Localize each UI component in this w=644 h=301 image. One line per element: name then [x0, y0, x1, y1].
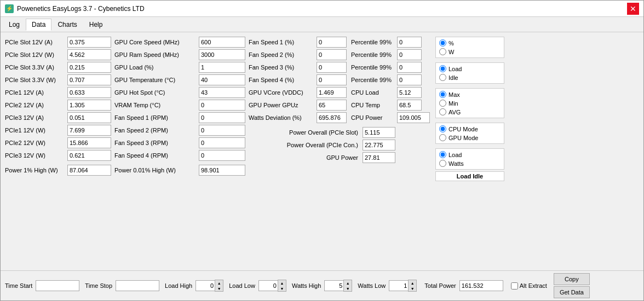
- field-gpu-core-speed: GPU Core Speed (MHz): [114, 37, 245, 48]
- tab-help[interactable]: Help: [83, 19, 109, 31]
- get-data-button[interactable]: Get Data: [554, 286, 590, 298]
- input-pcie1-12v-a[interactable]: [67, 87, 111, 98]
- radio-avg: AVG: [439, 108, 501, 115]
- input-pcie-slot-33v-a[interactable]: [67, 62, 111, 73]
- field-fan-speed-2-rpm: Fan Speed 2 (RPM): [114, 125, 245, 136]
- field-gpu-vcore: GPU VCore (VDDC) CPU Load: [249, 87, 430, 98]
- radio-min-input[interactable]: [439, 100, 446, 107]
- load-high-spinner: ▲ ▼: [196, 280, 223, 292]
- field-pcie2-12v-w: PCIe2 12V (W): [5, 137, 111, 148]
- input-gpu-ram-speed[interactable]: [199, 49, 245, 60]
- input-gpu-hot-spot[interactable]: [199, 87, 245, 98]
- watts-low-down[interactable]: ▼: [409, 286, 416, 291]
- watts-high-down[interactable]: ▼: [344, 286, 352, 291]
- copy-button[interactable]: Copy: [554, 273, 590, 285]
- radio-gpu-mode-input[interactable]: [439, 134, 446, 141]
- input-gpu-power-gpuz[interactable]: [317, 100, 347, 111]
- input-time-stop[interactable]: [116, 280, 159, 291]
- input-fan-speed-4-rpm[interactable]: [199, 150, 245, 161]
- input-cpu-temp[interactable]: [397, 100, 422, 111]
- tab-log[interactable]: Log: [3, 19, 26, 31]
- input-load-high[interactable]: [196, 280, 215, 291]
- input-watts-low[interactable]: [389, 280, 408, 291]
- load-low-down[interactable]: ▼: [278, 286, 286, 291]
- field-pcie3-12v-w: PCIe3 12V (W): [5, 150, 111, 161]
- field-fan1-pct: Fan Speed 1 (%) Percentile 99%: [249, 37, 430, 48]
- field-pcie2-12v-a: PCIe2 12V (A): [5, 100, 111, 111]
- field-gpu-power: GPU Power: [249, 152, 430, 163]
- load-high-up[interactable]: ▲: [215, 280, 223, 286]
- field-power-overall-pcie-slot: Power Overall (PCIe Slot): [249, 127, 430, 138]
- load-low-up[interactable]: ▲: [278, 280, 286, 286]
- content-area: PCIe Slot 12V (A) PCIe Slot 12V (W) PCIe…: [1, 32, 643, 270]
- input-fan4-pct[interactable]: [317, 74, 347, 85]
- input-pcie-slot-12v-w[interactable]: [67, 49, 111, 60]
- input-fan3-percentile[interactable]: [397, 62, 422, 73]
- tab-data[interactable]: Data: [26, 19, 51, 31]
- close-button[interactable]: ✕: [627, 3, 639, 15]
- radio-load-input[interactable]: [439, 65, 446, 72]
- input-power-001pct-high[interactable]: [199, 165, 245, 176]
- input-cpu-power[interactable]: [397, 112, 430, 123]
- radio-load: Load: [439, 65, 501, 72]
- radio-max-input[interactable]: [439, 91, 446, 98]
- radio-idle: Idle: [439, 74, 501, 81]
- input-fan1-pct[interactable]: [317, 37, 347, 48]
- input-watts-high[interactable]: [324, 280, 343, 291]
- input-pcie3-12v-w[interactable]: [67, 150, 111, 161]
- input-fan3-pct[interactable]: [317, 62, 347, 73]
- radio-group-max-min-avg: Max Min AVG: [435, 88, 504, 118]
- field-watts-deviation: Watts Deviation (%) CPU Power: [249, 112, 430, 123]
- field-vram-temp: VRAM Temp (°C): [114, 100, 245, 111]
- radio-cpu-mode-input[interactable]: [439, 125, 446, 132]
- input-power-overall-pcie-slot[interactable]: [363, 127, 395, 138]
- field-gpu-temperature: GPU Temperature (°C): [114, 74, 245, 85]
- input-pcie2-12v-a[interactable]: [67, 100, 111, 111]
- input-vram-temp[interactable]: [199, 100, 245, 111]
- field-gpu-power-gpuz: GPU Power GPUz CPU Temp: [249, 100, 430, 111]
- watts-high-up[interactable]: ▲: [344, 280, 352, 286]
- input-fan4-percentile[interactable]: [397, 74, 422, 85]
- input-pcie2-12v-w[interactable]: [67, 137, 111, 148]
- input-watts-deviation[interactable]: [317, 112, 347, 123]
- field-fan-speed-4-rpm: Fan Speed 4 (RPM): [114, 150, 245, 161]
- load-high-down[interactable]: ▼: [215, 286, 223, 291]
- input-time-start[interactable]: [36, 280, 79, 291]
- watts-low-spinner: ▲ ▼: [389, 280, 417, 292]
- input-fan2-percentile[interactable]: [397, 49, 422, 60]
- input-load-low[interactable]: [258, 280, 278, 291]
- watts-low-up[interactable]: ▲: [409, 280, 416, 286]
- radio-load-watts-input[interactable]: [439, 151, 446, 158]
- alt-extract-checkbox[interactable]: [511, 282, 518, 290]
- input-fan-speed-3-rpm[interactable]: [199, 137, 245, 148]
- input-gpu-temperature[interactable]: [199, 74, 245, 85]
- input-power-overall-pcie-con[interactable]: [363, 140, 395, 150]
- load-idle-bottom-group: Load Watts Load Idle: [435, 148, 504, 181]
- radio-w-input[interactable]: [439, 48, 446, 55]
- input-fan-speed-1-rpm[interactable]: [199, 112, 245, 123]
- input-pcie1-12v-w[interactable]: [67, 125, 111, 136]
- field-gpu-hot-spot: GPU Hot Spot (°C): [114, 87, 245, 98]
- input-power-1pct-high[interactable]: [67, 165, 111, 176]
- tab-charts[interactable]: Charts: [51, 19, 83, 31]
- input-total-power[interactable]: [459, 280, 503, 291]
- input-gpu-load[interactable]: [199, 62, 245, 73]
- input-pcie-slot-12v-a[interactable]: [67, 37, 111, 48]
- radio-avg-input[interactable]: [439, 108, 446, 115]
- radio-watts-input[interactable]: [439, 160, 446, 167]
- titlebar: ⚡ Powenetics EasyLogs 3.7 - Cybenetics L…: [1, 1, 643, 17]
- input-gpu-vcore[interactable]: [317, 87, 347, 98]
- input-pcie3-12v-a[interactable]: [67, 112, 111, 123]
- input-fan1-percentile[interactable]: [397, 37, 422, 48]
- radio-pct-input[interactable]: [439, 39, 446, 47]
- watts-high-spinner: ▲ ▼: [324, 280, 352, 292]
- input-fan-speed-2-rpm[interactable]: [199, 125, 245, 136]
- bottom-row-1: Time Start Time Stop Load High ▲ ▼ Load …: [5, 273, 639, 298]
- radio-idle-input[interactable]: [439, 74, 446, 81]
- input-gpu-core-speed[interactable]: [199, 37, 245, 48]
- input-cpu-load[interactable]: [397, 87, 422, 98]
- input-fan2-pct[interactable]: [317, 49, 347, 60]
- radio-min: Min: [439, 100, 501, 107]
- input-pcie-slot-33v-w[interactable]: [67, 74, 111, 85]
- input-gpu-power[interactable]: [363, 152, 395, 163]
